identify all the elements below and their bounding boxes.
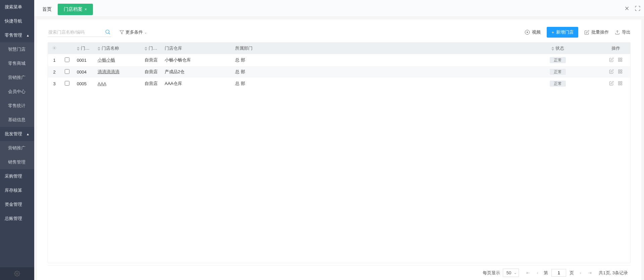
gear-icon [14, 271, 20, 277]
sort-up-icon [551, 47, 554, 48]
pagination-summary: 共1页, 3条记录 [599, 270, 628, 276]
cell-type: 自营店 [141, 66, 161, 78]
svg-rect-16 [619, 84, 620, 85]
sidebar-item-ledger[interactable]: 总账管理 [0, 212, 34, 226]
more-row-icon[interactable] [618, 70, 623, 75]
cell-code: 0001 [73, 54, 94, 66]
cell-dept: 总 部 [232, 78, 514, 90]
table-row: 1 0001 小畅小畅 自营店 小畅小畅仓库 总 部 正常 [48, 54, 630, 66]
plus-icon: + [551, 30, 554, 35]
sidebar-scroll: 搜索菜单 快捷导航 零售管理 ▲ 智慧门店 零售商城 营销推广 会员中心 零售统… [0, 0, 34, 267]
column-dept: 所属部门 [232, 43, 514, 54]
svg-point-1 [106, 30, 109, 34]
tabbar-right [624, 0, 644, 16]
store-name-link[interactable]: 小畅小畅 [98, 57, 115, 62]
column-warehouse: 门店仓库 [161, 43, 232, 54]
edit-row-icon[interactable] [609, 58, 614, 63]
more-filter-button[interactable]: 更多条件 ⌄ [119, 29, 147, 35]
row-checkbox[interactable] [65, 69, 69, 74]
tab-store-archive[interactable]: 门店档案 × [58, 4, 93, 15]
column-status[interactable]: 状态 [514, 43, 601, 54]
cell-warehouse: 小畅小畅仓库 [161, 54, 232, 66]
page-suffix: 页 [570, 270, 574, 276]
column-settings[interactable] [48, 43, 61, 54]
next-page-button[interactable]: › [577, 270, 583, 276]
sidebar-retail-section[interactable]: 零售管理 ▲ [0, 28, 34, 42]
status-badge: 正常 [550, 57, 566, 63]
column-code[interactable]: 门店... [73, 43, 94, 54]
more-row-icon[interactable] [618, 58, 623, 63]
row-checkbox[interactable] [65, 81, 69, 86]
toolbar-left: 更多条件 ⌄ [48, 28, 147, 37]
batch-button[interactable]: 批量操作 [584, 29, 609, 35]
sidebar-item-sales-manage[interactable]: 销售管理 [0, 155, 34, 169]
sidebar-item-retail-mall[interactable]: 零售商城 [0, 56, 34, 71]
svg-rect-13 [621, 72, 622, 73]
add-store-button[interactable]: + 新增门店 [547, 27, 578, 38]
sidebar-item-wholesale-marketing[interactable]: 营销推广 [0, 141, 34, 155]
chevron-down-icon: ⌄ [514, 271, 517, 275]
toolbar-right: 视频 + 新增门店 批量操作 导出 [525, 27, 631, 38]
pagesize-wrap: 每页显示 50 ⌄ [483, 269, 519, 277]
sidebar-wholesale-label: 批发管理 [5, 131, 22, 137]
svg-rect-7 [621, 58, 622, 59]
pagination-footer: 每页显示 50 ⌄ ⇤ ‹ 第 页 › ⇥ 共1页, 3条记录 [48, 265, 631, 280]
edit-row-icon[interactable] [609, 70, 614, 75]
video-button[interactable]: 视频 [525, 29, 541, 35]
last-page-button[interactable]: ⇥ [587, 270, 593, 276]
svg-rect-9 [621, 60, 622, 61]
sidebar-item-smart-store[interactable]: 智慧门店 [0, 42, 34, 56]
table-wrap: 门店... 门店名称 门店... 门店仓库 所属部门 状态 操作 1 0001 [48, 42, 631, 263]
tab-home[interactable]: 首页 [36, 4, 58, 15]
stores-table: 门店... 门店名称 门店... 门店仓库 所属部门 状态 操作 1 0001 [48, 43, 630, 90]
store-name-link[interactable]: 滴滴滴滴滴 [98, 69, 119, 74]
row-index: 2 [48, 66, 61, 78]
more-filter-label: 更多条件 [125, 29, 143, 35]
sidebar-item-purchase[interactable]: 采购管理 [0, 169, 34, 183]
page-prefix: 第 [544, 270, 548, 276]
fullscreen-icon[interactable] [635, 5, 641, 11]
pagesize-select[interactable]: 50 ⌄ [503, 269, 519, 277]
first-page-button[interactable]: ⇤ [525, 270, 531, 276]
row-index: 3 [48, 78, 61, 90]
export-label: 导出 [622, 29, 631, 35]
page-input[interactable] [551, 269, 566, 277]
cell-dept: 总 部 [232, 66, 514, 78]
table-body: 1 0001 小畅小畅 自营店 小畅小畅仓库 总 部 正常 [48, 54, 630, 90]
pagesize-value: 50 [506, 270, 511, 275]
sidebar-search-menu[interactable]: 搜索菜单 [0, 0, 34, 14]
sidebar-item-member[interactable]: 会员中心 [0, 85, 34, 99]
sort-down-icon [77, 49, 79, 51]
sidebar-quicknav[interactable]: 快捷导航 [0, 14, 34, 28]
sidebar-item-inventory[interactable]: 库存核算 [0, 183, 34, 197]
sidebar-item-basic-info[interactable]: 基础信息 [0, 113, 34, 127]
column-type[interactable]: 门店... [141, 43, 161, 54]
search-input[interactable] [48, 28, 111, 37]
close-icon[interactable]: × [85, 7, 87, 12]
store-name-link[interactable]: AAA [98, 81, 106, 86]
more-row-icon[interactable] [618, 82, 623, 87]
column-name[interactable]: 门店名称 [94, 43, 141, 54]
chevron-down-icon: ⌄ [144, 31, 147, 34]
close-icon[interactable] [624, 5, 630, 11]
prev-page-button[interactable]: ‹ [534, 270, 540, 276]
sort-down-icon [98, 49, 100, 51]
sidebar-settings[interactable] [0, 267, 34, 280]
column-checkbox [61, 43, 73, 54]
svg-point-5 [54, 47, 55, 49]
sidebar-item-marketing[interactable]: 营销推广 [0, 71, 34, 85]
row-checkbox[interactable] [65, 57, 69, 62]
table-row: 2 0004 滴滴滴滴滴 自营店 产成品2仓 总 部 正常 [48, 66, 630, 78]
export-button[interactable]: 导出 [615, 29, 631, 35]
video-label: 视频 [532, 29, 541, 35]
edit-row-icon[interactable] [609, 82, 614, 87]
sidebar-quicknav-label: 快捷导航 [5, 18, 22, 24]
svg-rect-15 [621, 81, 622, 83]
sidebar-wholesale-section[interactable]: 批发管理 ▲ [0, 127, 34, 141]
search-icon[interactable] [105, 29, 111, 36]
table-row: 3 0005 AAA 自营店 AAA仓库 总 部 正常 [48, 78, 630, 90]
sidebar-item-funds[interactable]: 资金管理 [0, 197, 34, 212]
sidebar-item-retail-stats[interactable]: 零售统计 [0, 99, 34, 113]
svg-rect-6 [619, 58, 620, 59]
pager: ⇤ ‹ 第 页 › ⇥ [525, 269, 593, 277]
